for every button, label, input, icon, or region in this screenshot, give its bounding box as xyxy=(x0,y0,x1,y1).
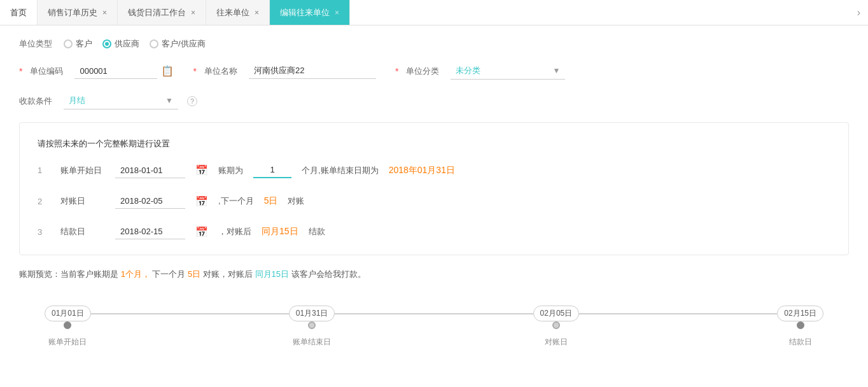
timeline-badge-reconcile: 02月05日 xyxy=(533,306,580,321)
preview-highlight1: 1个月， xyxy=(121,269,150,279)
period-row-1-date[interactable] xyxy=(115,163,185,178)
period-row-2-field-label: 对账日 xyxy=(60,195,105,207)
unit-code-field-group: 📋 xyxy=(74,64,174,79)
radio-customer-circle xyxy=(64,39,73,48)
unit-class-value: 未分类 xyxy=(456,65,549,76)
timeline-label-bill-end: 账单结束日 xyxy=(293,337,331,348)
timeline-dot-bill-end xyxy=(308,321,316,329)
payment-select[interactable]: 月结 ▼ xyxy=(64,92,178,109)
period-row-2-num: 2 xyxy=(38,197,50,206)
tab-partner-label: 往来单位 xyxy=(216,7,249,18)
payment-dropdown-icon: ▼ xyxy=(165,96,173,105)
radio-both[interactable]: 客户/供应商 xyxy=(150,38,206,50)
tab-sales-history-label: 销售订单历史 xyxy=(48,7,97,18)
period-row-3-suffix-after: 结款 xyxy=(309,226,325,237)
period-row-1-num: 1 xyxy=(38,165,50,175)
tab-partner-close[interactable]: × xyxy=(255,8,259,17)
period-row-3: 3 结款日 📅 ，对账后 同月15日 结款 xyxy=(38,224,830,239)
radio-customer[interactable]: 客户 xyxy=(64,38,92,50)
unit-code-required: * xyxy=(19,66,22,76)
timeline-point-start: 01月01日 账单开始日 xyxy=(45,306,91,348)
radio-group-unit-type: 客户 供应商 客户/供应商 xyxy=(64,38,206,50)
timeline-point-payment: 02月15日 结款日 xyxy=(777,306,823,348)
tab-sales-history[interactable]: 销售订单历史 × xyxy=(38,0,118,25)
preview-mid1: 下一个月 xyxy=(152,269,185,279)
tab-home[interactable]: 首页 xyxy=(0,0,38,25)
unit-info-row: * 单位编码 📋 * 单位名称 * 单位分类 未分类 ▼ xyxy=(19,62,849,80)
period-row-2-suffix-before: ,下一个月 xyxy=(218,195,254,207)
payment-value: 月结 xyxy=(69,95,162,106)
timeline-badge-start: 01月01日 xyxy=(45,306,91,321)
radio-supplier[interactable]: 供应商 xyxy=(102,38,139,50)
timeline-label-start: 账单开始日 xyxy=(48,337,87,348)
period-row-2-suffix-after: 对账 xyxy=(288,195,304,207)
unit-name-required: * xyxy=(193,66,196,76)
period-row-2: 2 对账日 📅 ,下一个月 5日 对账 xyxy=(38,194,830,209)
unit-class-required: * xyxy=(395,66,398,76)
unit-code-copy-icon[interactable]: 📋 xyxy=(161,65,174,77)
preview-prefix: 账期预览：当前客户账期是 xyxy=(19,269,118,279)
tab-sales-history-close[interactable]: × xyxy=(102,8,107,17)
period-row-1-highlight: 2018年01月31日 xyxy=(389,165,455,176)
period-row-3-calendar-icon[interactable]: 📅 xyxy=(195,226,208,238)
timeline-dot-reconcile xyxy=(552,321,560,329)
payment-label: 收款条件 xyxy=(19,95,52,107)
tab-edit-partner[interactable]: 编辑往来单位 × xyxy=(270,0,350,25)
radio-both-label: 客户/供应商 xyxy=(162,38,206,50)
period-row-1-suffix-after: 个月,账单结束日期为 xyxy=(302,165,379,176)
unit-type-label: 单位类型 xyxy=(19,38,52,50)
period-row-3-date[interactable] xyxy=(115,224,185,239)
tab-cash-work[interactable]: 钱货日清工作台 × xyxy=(118,0,206,25)
period-row-3-field-label: 结款日 xyxy=(60,226,105,237)
period-row-1-field-label: 账单开始日 xyxy=(60,165,105,176)
timeline-point-bill-end: 01月31日 账单结束日 xyxy=(289,306,335,348)
tab-edit-partner-label: 编辑往来单位 xyxy=(280,7,330,18)
unit-class-dropdown-icon: ▼ xyxy=(552,66,560,75)
unit-class-select[interactable]: 未分类 ▼ xyxy=(451,62,565,80)
tab-bar: 首页 销售订单历史 × 钱货日清工作台 × 往来单位 × 编辑往来单位 × › xyxy=(0,0,868,25)
radio-supplier-circle xyxy=(102,39,111,48)
radio-both-circle xyxy=(150,39,158,48)
timeline-dot-start xyxy=(64,321,71,329)
period-row-3-highlight: 同月15日 xyxy=(262,226,298,237)
period-box-title: 请按照未来的一个完整帐期进行设置 xyxy=(38,138,830,150)
period-settings-box: 请按照未来的一个完整帐期进行设置 1 账单开始日 📅 账期为 个月,账单结束日期… xyxy=(19,122,849,255)
preview-highlight3: 同月15日 xyxy=(255,269,289,279)
period-row-3-suffix-before: ，对账后 xyxy=(218,226,251,237)
tab-edit-partner-close[interactable]: × xyxy=(335,8,339,17)
main-content: 单位类型 客户 供应商 客户/供应商 * 单位编码 📋 * 单位名称 * xyxy=(0,25,868,387)
preview-highlight2: 5日 xyxy=(188,269,200,279)
period-row-3-num: 3 xyxy=(38,227,50,237)
tab-home-label: 首页 xyxy=(10,7,27,18)
timeline-badge-payment: 02月15日 xyxy=(777,306,823,321)
unit-code-label: 单位编码 xyxy=(30,66,63,77)
unit-name-label: 单位名称 xyxy=(204,66,237,77)
unit-class-label: 单位分类 xyxy=(406,66,439,77)
unit-name-input[interactable] xyxy=(249,64,376,79)
period-row-1-month-input[interactable] xyxy=(253,162,291,178)
preview-suffix: 该客户会给我打款。 xyxy=(291,269,366,279)
radio-customer-label: 客户 xyxy=(76,38,92,50)
preview-text: 账期预览：当前客户账期是 1个月， 下一个月 5日 对账，对账后 同月15日 该… xyxy=(19,268,849,281)
period-row-1-suffix-before: 账期为 xyxy=(218,165,243,176)
tab-cash-work-label: 钱货日清工作台 xyxy=(128,7,186,18)
timeline-label-reconcile: 对账日 xyxy=(545,337,568,348)
preview-mid2: 对账，对账后 xyxy=(203,269,253,279)
timeline-badge-bill-end: 01月31日 xyxy=(289,306,335,321)
timeline-label-payment: 结款日 xyxy=(789,337,812,348)
timeline-points: 01月01日 账单开始日 01月31日 账单结束日 02月05日 对账日 02月… xyxy=(45,306,823,348)
payment-row: 收款条件 月结 ▼ ? xyxy=(19,92,849,109)
timeline-dot-payment xyxy=(797,321,804,329)
timeline-point-reconcile: 02月05日 对账日 xyxy=(533,306,580,348)
tab-more-button[interactable]: › xyxy=(850,0,868,25)
period-row-1: 1 账单开始日 📅 账期为 个月,账单结束日期为 2018年01月31日 xyxy=(38,162,830,178)
payment-help-icon[interactable]: ? xyxy=(187,96,197,106)
tab-partner[interactable]: 往来单位 × xyxy=(206,0,270,25)
timeline: 01月01日 账单开始日 01月31日 账单结束日 02月05日 对账日 02月… xyxy=(19,299,849,367)
tab-cash-work-close[interactable]: × xyxy=(191,8,195,17)
period-row-1-calendar-icon[interactable]: 📅 xyxy=(195,164,208,176)
period-row-2-calendar-icon[interactable]: 📅 xyxy=(195,195,208,208)
unit-code-input[interactable] xyxy=(74,64,157,79)
period-row-2-highlight: 5日 xyxy=(264,195,278,207)
period-row-2-date[interactable] xyxy=(115,194,185,209)
